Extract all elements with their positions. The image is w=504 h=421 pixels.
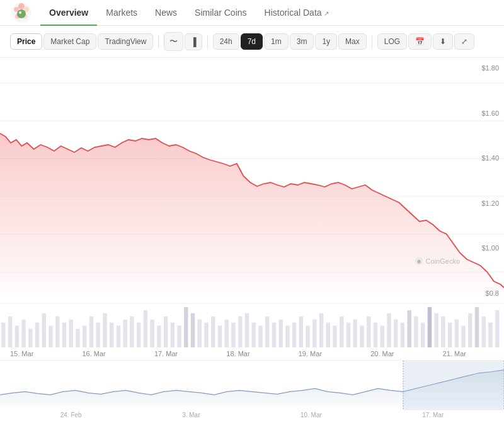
svg-rect-27 [76,328,79,347]
svg-rect-37 [144,310,147,347]
svg-rect-59 [292,323,296,347]
svg-rect-64 [326,323,330,347]
svg-rect-85 [468,313,472,347]
nav-tab-label: Overview [49,8,88,18]
nav-tab-historical-data[interactable]: Historical Data ↗ [256,0,338,25]
svg-rect-77 [414,317,418,347]
nav-tab-markets[interactable]: Markets [97,0,146,25]
nav-tab-label: Similar Coins [195,8,246,18]
svg-rect-69 [360,326,364,348]
time-btn-1m[interactable]: 1m [264,33,289,50]
time-btn-max[interactable]: Max [338,33,367,50]
svg-rect-20 [28,328,32,347]
time-btn-3m[interactable]: 3m [290,33,314,50]
price-label: $0.8 [469,289,504,297]
time-btn-1y[interactable]: 1y [315,33,337,50]
time-btn-7d[interactable]: 7d [241,33,263,50]
nav-tab-news[interactable]: News [146,0,186,25]
svg-rect-67 [346,323,350,347]
svg-rect-52 [245,313,249,347]
date-labels: 15. Mar16. Mar17. Mar18. Mar19. Mar20. M… [0,347,504,360]
mini-date-label: 3. Mar [182,412,200,418]
svg-rect-43 [184,307,188,347]
extra-btn-expand[interactable]: ⤢ [454,33,474,50]
svg-rect-58 [285,326,289,348]
mini-date-label: 17. Mar [422,412,444,418]
price-label: $1.40 [469,154,504,162]
extra-btn-download[interactable]: ⬇ [433,33,453,50]
time-btn-24h[interactable]: 24h [213,33,239,50]
svg-point-15 [417,260,420,263]
svg-rect-53 [251,323,255,347]
nav-tab-overview[interactable]: Overview [40,0,97,25]
mini-chart-area [0,360,504,410]
nav-tabs: OverviewMarketsNewsSimilar CoinsHistoric… [0,0,504,26]
price-label: $1.80 [469,64,504,72]
svg-rect-88 [488,323,492,347]
svg-rect-79 [428,307,432,347]
svg-point-1 [18,3,25,9]
nav-tab-label: News [155,8,177,18]
view-btn-market-cap[interactable]: Market Cap [43,33,96,50]
svg-rect-47 [211,317,215,347]
svg-rect-73 [387,313,391,347]
svg-rect-86 [475,307,479,347]
divider-2 [207,35,208,48]
price-label: $1.20 [469,199,504,207]
svg-rect-63 [319,313,323,347]
svg-rect-55 [265,317,269,347]
svg-rect-45 [198,320,202,347]
svg-rect-49 [225,320,229,347]
date-label: 21. Mar [443,350,466,357]
svg-rect-54 [258,326,262,348]
svg-rect-28 [83,326,86,348]
chart-type-btn-bar-chart[interactable]: ▐ [185,33,202,50]
svg-rect-51 [238,317,242,347]
date-label: 18. Mar [226,350,249,357]
svg-rect-39 [157,326,161,348]
external-link-icon: ↗ [324,10,329,17]
svg-rect-78 [421,323,425,347]
extra-button-group: LOG📅⬇⤢ [377,33,474,50]
main-chart-area: $1.80$1.60$1.40$1.20$1.00$0.8 CoinGecko [0,58,504,303]
extra-btn-calendar[interactable]: 📅 [408,33,432,50]
svg-rect-75 [401,323,404,347]
svg-rect-81 [441,317,445,347]
svg-rect-76 [407,310,411,347]
svg-rect-26 [69,320,73,347]
svg-rect-38 [150,320,154,347]
chart-type-btn-line-chart[interactable]: 〜 [164,32,183,51]
date-label: 17. Mar [154,350,178,357]
svg-rect-84 [461,326,465,348]
time-button-group: 24h7d1m3m1yMax [213,33,367,50]
divider-1 [158,35,159,48]
svg-rect-62 [312,320,316,347]
svg-rect-71 [374,323,377,347]
svg-rect-40 [164,317,168,347]
nav-tab-label: Markets [106,8,137,18]
nav-tab-label: Historical Data [265,8,322,18]
svg-point-7 [19,11,21,14]
price-label: $1.00 [469,244,504,252]
volume-chart-svg [0,304,504,347]
svg-rect-30 [96,323,100,347]
view-btn-tradingview[interactable]: TradingView [98,33,153,50]
svg-rect-61 [306,326,309,348]
svg-rect-90 [403,361,504,410]
mini-chart-svg [0,361,504,410]
svg-rect-23 [49,326,52,348]
svg-rect-42 [177,326,181,348]
svg-rect-82 [448,323,452,347]
svg-rect-60 [299,317,303,347]
extra-btn-log[interactable]: LOG [377,33,407,50]
price-labels: $1.80$1.60$1.40$1.20$1.00$0.8 [469,58,504,303]
svg-rect-24 [55,317,59,347]
view-button-group: PriceMarket CapTradingView [10,33,153,50]
view-btn-price[interactable]: Price [10,33,42,50]
nav-tab-similar-coins[interactable]: Similar Coins [186,0,255,25]
svg-rect-35 [130,317,134,347]
svg-rect-22 [42,313,46,347]
svg-rect-89 [495,310,499,347]
date-label: 20. Mar [370,350,394,357]
nav-tabs-container: OverviewMarketsNewsSimilar CoinsHistoric… [40,0,338,25]
